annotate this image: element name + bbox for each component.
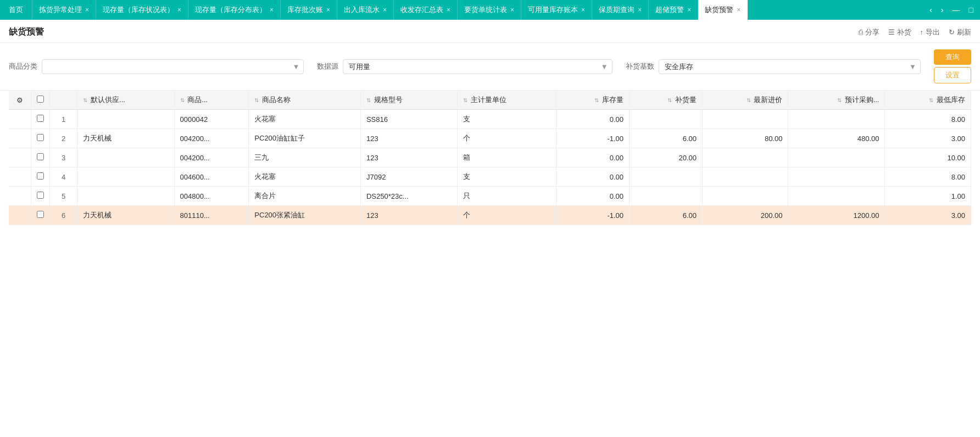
- row-min-stock: 1.00: [885, 187, 971, 206]
- nav-maximize-btn[interactable]: □: [965, 3, 978, 16]
- row-checkbox-cell[interactable]: [31, 148, 49, 167]
- row-checkbox-2[interactable]: [37, 153, 44, 160]
- row-unit: 个: [458, 129, 556, 148]
- tab-home[interactable]: 首页: [0, 0, 32, 20]
- row-replenish: [630, 187, 703, 206]
- refresh-button[interactable]: ↻ 刷新: [949, 27, 971, 37]
- row-est-purchase: 480.00: [788, 129, 885, 148]
- table-row: 4 004600... 火花塞 J7092 支 0.00 8.00: [9, 167, 971, 187]
- row-est-purchase: [788, 167, 885, 187]
- row-name: PC200油缸缸子: [249, 129, 361, 148]
- datasource-select[interactable]: 可用量: [343, 59, 612, 74]
- tab-2[interactable]: 现存量（库存状况表） ×: [96, 0, 188, 20]
- row-stock: 0.00: [556, 110, 630, 129]
- spec-sort-icon: ⇅: [366, 97, 371, 103]
- share-button[interactable]: ⎙ 分享: [859, 27, 879, 37]
- row-checkbox-1[interactable]: [37, 134, 44, 141]
- share-icon: ⎙: [859, 28, 863, 36]
- row-code: 004800...: [174, 187, 249, 206]
- row-checkbox-cell[interactable]: [31, 206, 49, 225]
- tab-9[interactable]: 保质期查询 ×: [592, 0, 649, 20]
- nav-prev-btn[interactable]: ‹: [925, 3, 937, 16]
- replenish-sort-icon: ⇅: [667, 97, 672, 103]
- row-supplier: [77, 110, 174, 129]
- col-est-purchase: ⇅ 预计采购...: [788, 91, 885, 110]
- row-checkbox-cell[interactable]: [31, 129, 49, 148]
- tab-4-close[interactable]: ×: [326, 6, 330, 14]
- tab-5-close[interactable]: ×: [383, 6, 387, 14]
- row-settings-cell: [9, 206, 31, 225]
- tab-3-close[interactable]: ×: [270, 6, 274, 14]
- tab-8[interactable]: 可用量库存账本 ×: [521, 0, 592, 20]
- tab-10[interactable]: 超储预警 ×: [649, 0, 698, 20]
- row-checkbox-0[interactable]: [37, 115, 44, 122]
- row-settings-cell: [9, 187, 31, 206]
- tab-7-close[interactable]: ×: [510, 6, 514, 14]
- category-select-wrapper: ▼: [42, 59, 304, 74]
- tab-8-close[interactable]: ×: [581, 6, 585, 14]
- settings-button[interactable]: 设置: [934, 67, 971, 83]
- row-min-stock: 8.00: [885, 110, 971, 129]
- row-checkbox-cell[interactable]: [31, 110, 49, 129]
- nav-next-btn[interactable]: ›: [937, 3, 948, 16]
- filter-actions: 查询 设置: [934, 49, 971, 83]
- replenish-button[interactable]: ☰ 补货: [888, 27, 911, 37]
- row-checkbox-cell[interactable]: [31, 167, 49, 187]
- tab-10-close[interactable]: ×: [687, 6, 691, 14]
- tab-11[interactable]: 缺货预警 ×: [698, 0, 748, 20]
- tab-9-close[interactable]: ×: [638, 6, 642, 14]
- nav-minimize-btn[interactable]: —: [948, 3, 965, 16]
- row-name: 三九: [249, 148, 361, 167]
- replenish-base-select-wrapper: 安全库存 ▼: [659, 59, 921, 74]
- query-button[interactable]: 查询: [934, 49, 971, 65]
- row-settings-cell: [9, 148, 31, 167]
- row-settings-cell: [9, 110, 31, 129]
- filter-category: 商品分类 ▼: [9, 59, 304, 74]
- col-settings[interactable]: ⚙: [9, 91, 31, 110]
- col-spec: ⇅ 规格型号: [360, 91, 457, 110]
- col-checkbox: [31, 91, 49, 110]
- col-name: ⇅ 商品名称: [249, 91, 361, 110]
- row-min-stock: 10.00: [885, 148, 971, 167]
- row-checkbox-5[interactable]: [37, 211, 44, 218]
- main-content: 缺货预警 ⎙ 分享 ☰ 补货 ↑ 导出 ↻ 刷新 商品分类: [0, 20, 980, 437]
- row-supplier: [77, 167, 174, 187]
- tab-11-close[interactable]: ×: [737, 6, 740, 14]
- page-title: 缺货预警: [9, 26, 44, 38]
- row-checkbox-3[interactable]: [37, 172, 44, 180]
- row-unit: 支: [458, 167, 556, 187]
- tab-3[interactable]: 现存量（库存分布表） ×: [188, 0, 281, 20]
- row-stock: 0.00: [556, 167, 630, 187]
- tab-1-close[interactable]: ×: [85, 6, 89, 14]
- col-index: [49, 91, 77, 110]
- replenish-base-select[interactable]: 安全库存: [659, 59, 921, 74]
- row-spec: DS250*23c...: [360, 187, 457, 206]
- select-all-checkbox[interactable]: [37, 96, 44, 103]
- data-table: ⚙ ⇅ 默认供应... ⇅ 商品... ⇅: [9, 91, 971, 225]
- row-replenish: 20.00: [630, 148, 703, 167]
- filter-replenish-base: 补货基数 安全库存 ▼: [626, 59, 921, 74]
- table-row: 6 力天机械 801110... PC200张紧油缸 123 个 -1.00 6…: [9, 206, 971, 225]
- tab-6-close[interactable]: ×: [447, 6, 450, 14]
- filter-datasource: 数据源 可用量 ▼: [317, 59, 612, 74]
- header-actions: ⎙ 分享 ☰ 补货 ↑ 导出 ↻ 刷新: [859, 27, 972, 37]
- tab-6[interactable]: 收发存汇总表 ×: [394, 0, 458, 20]
- row-est-purchase: [788, 187, 885, 206]
- datasource-select-wrapper: 可用量 ▼: [343, 59, 612, 74]
- tab-4[interactable]: 库存批次账 ×: [281, 0, 337, 20]
- row-index: 1: [49, 110, 77, 129]
- row-index: 5: [49, 187, 77, 206]
- category-select[interactable]: [42, 59, 304, 74]
- tab-5[interactable]: 出入库流水 ×: [337, 0, 394, 20]
- table-row: 1 0000042 火花塞 SS816 支 0.00 8.00: [9, 110, 971, 129]
- settings-gear-icon: ⚙: [16, 96, 23, 104]
- page-header: 缺货预警 ⎙ 分享 ☰ 补货 ↑ 导出 ↻ 刷新: [0, 20, 980, 43]
- tab-2-close[interactable]: ×: [177, 6, 181, 14]
- tab-1[interactable]: 拣货异常处理 ×: [32, 0, 96, 20]
- refresh-icon: ↻: [949, 28, 955, 36]
- export-button[interactable]: ↑ 导出: [920, 27, 940, 37]
- row-checkbox-cell[interactable]: [31, 187, 49, 206]
- row-checkbox-4[interactable]: [37, 192, 44, 199]
- tab-7[interactable]: 要货单统计表 ×: [458, 0, 521, 20]
- row-settings-cell: [9, 167, 31, 187]
